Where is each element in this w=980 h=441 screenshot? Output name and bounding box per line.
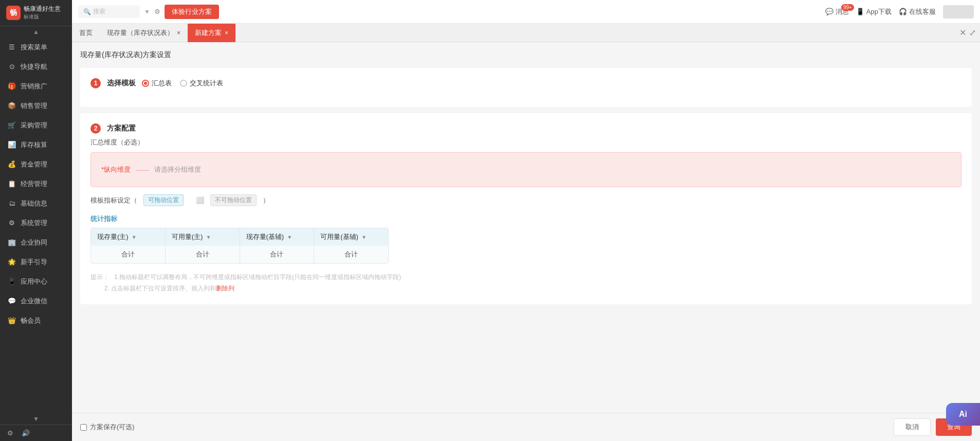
sidebar-label-purchase: 采购管理 [21,121,47,130]
tab-inventory-close[interactable]: × [177,29,180,36]
stats-section-label: 统计指标 [90,214,961,224]
step2-card: 2 方案配置 汇总维度（必选） *纵向维度 —— 请选择分组维度 模板指标设定（… [80,113,972,304]
dimension-required-label: *纵向维度 [101,165,131,174]
sidebar: 畅 畅康通好生意 标准版 ▲ ☰ 搜索菜单 ⊙ 快捷导航 🎁 营销推广 📦 销售… [0,0,72,441]
sidebar-item-newbie[interactable]: 🌟 新手引导 [0,252,72,272]
dimension-section-label: 汇总维度（必选） [90,138,961,147]
sidebar-item-purchase[interactable]: 🛒 采购管理 [0,116,72,135]
sidebar-scroll-down[interactable]: ▼ [0,413,72,425]
save-scheme-checkbox[interactable]: 方案保存(可选) [80,422,135,432]
tab-inventory-status[interactable]: 现存量（库存状况表） × [100,24,188,42]
sidebar-item-basic[interactable]: 🗂 基础信息 [0,194,72,213]
sidebar-label-member: 畅会员 [21,316,41,325]
radio-summary-dot [142,80,149,87]
dimension-box: *纵向维度 —— 请选择分组维度 [90,152,961,187]
tab-scheme-close[interactable]: × [225,29,228,36]
sidebar-label-basic: 基础信息 [21,199,47,208]
step1-badge: 1 [90,78,101,88]
mobile-icon: 📱 [856,8,864,15]
tips-box: 提示： 1.拖动标题栏可以调整布局，不可跨维度或指标区域拖动栏目字段(只能在同一… [90,272,961,294]
member-icon: 👑 [7,316,16,325]
stats-col-2[interactable]: 可用量(主) ▼ [166,228,240,246]
sidebar-item-operation[interactable]: 📋 经营管理 [0,174,72,194]
fixed-indicator-icon: ⬜ [196,196,204,204]
stats-col-1[interactable]: 现存量(主) ▼ [91,228,166,246]
topbar-right: 💬 消息 99+ 📱 App下载 🎧 在线客服 [825,5,974,19]
app-version: 标准版 [24,13,61,21]
gear-icon[interactable]: ⚙ [154,8,160,15]
stats-body-row: 合计 合计 合计 合计 [91,246,388,263]
newbie-icon: 🌟 [7,258,16,267]
main-content: 🔍 搜索 ▼ ⚙ 体验行业方案 💬 消息 99+ 📱 App下载 🎧 在线客服 [72,0,980,441]
search-bar[interactable]: 🔍 搜索 [78,5,140,18]
wechat-icon: 💬 [7,297,16,306]
radio-summary[interactable]: 汇总表 [142,79,172,88]
save-label: 方案保存(可选) [90,422,135,432]
search-icon: 🔍 [83,8,91,15]
message-badge: 99+ [841,4,854,11]
dropdown-icon[interactable]: ▼ [144,8,150,15]
save-checkbox-input[interactable] [80,424,87,431]
online-service-button[interactable]: 🎧 在线客服 [899,7,936,16]
page-content: 现存量(库存状况表)方案设置 1 选择模板 汇总表 交叉统计表 [72,42,980,413]
topbar: 🔍 搜索 ▼ ⚙ 体验行业方案 💬 消息 99+ 📱 App下载 🎧 在线客服 [72,0,980,24]
stats-col-3[interactable]: 现存量(基辅) ▼ [240,228,315,246]
service-label: 在线客服 [909,7,936,16]
sidebar-item-wechat[interactable]: 💬 企业微信 [0,291,72,311]
template-indicator-end: ） [263,196,269,205]
sidebar-label-operation: 经营管理 [21,179,47,189]
user-avatar[interactable] [943,5,974,19]
sidebar-item-corp[interactable]: 🏢 企业协同 [0,233,72,252]
sidebar-item-system[interactable]: ⚙ 系统管理 [0,213,72,233]
settings-icon[interactable]: ⚙ [7,429,13,437]
tab-home[interactable]: 首页 [72,24,100,42]
sidebar-item-member[interactable]: 👑 畅会员 [0,311,72,330]
step2-badge: 2 [90,123,101,134]
ai-bubble[interactable]: Ai [946,403,980,426]
stats-col-4[interactable]: 可用量(基辅) ▼ [314,228,388,246]
sidebar-label-corp: 企业协同 [21,238,47,247]
sidebar-label-sales: 销售管理 [21,101,47,111]
sidebar-label-newbie: 新手引导 [21,258,47,267]
cancel-button[interactable]: 取消 [894,418,931,436]
sidebar-item-marketing[interactable]: 🎁 营销推广 [0,77,72,96]
close-panel-button[interactable]: ✕ [959,28,966,38]
sidebar-label-marketing: 营销推广 [21,82,47,91]
app-name: 畅康通好生意 [24,5,61,13]
radio-cross[interactable]: 交叉统计表 [180,79,223,88]
sidebar-item-shortcut[interactable]: ⊙ 快捷导航 [0,57,72,77]
sidebar-item-appcenter[interactable]: 📱 应用中心 [0,272,72,291]
col2-chevron-icon: ▼ [206,234,211,240]
stats-col-3-label: 现存量(基辅) [246,232,284,242]
industry-scheme-button[interactable]: 体验行业方案 [165,5,219,19]
stats-col-2-label: 可用量(主) [172,232,203,242]
logo-icon: 畅 [6,6,21,20]
radio-cross-label: 交叉统计表 [190,79,223,88]
tab-inventory-status-label: 现存量（库存状况表） [107,28,174,38]
speaker-icon[interactable]: 🔊 [22,429,30,437]
template-indicator-row: 模板指标设定（ 可拖动位置 ⬜ 不可拖动位置 ） [90,194,961,206]
tab-new-scheme[interactable]: 新建方案 × [188,24,235,42]
dimension-inner: *纵向维度 —— 请选择分组维度 [101,165,951,174]
search-icon: ☰ [7,43,16,52]
tips-title: 提示： 1.拖动标题栏可以调整布局，不可跨维度或指标区域拖动栏目字段(只能在同一… [90,272,961,283]
sidebar-item-sales[interactable]: 📦 销售管理 [0,96,72,116]
topbar-left: 🔍 搜索 ▼ ⚙ 体验行业方案 [78,5,820,19]
message-icon: 💬 [825,8,833,15]
sidebar-scroll-up[interactable]: ▲ [0,26,72,38]
sidebar-item-finance[interactable]: 💰 资金管理 [0,155,72,174]
tab-new-scheme-label: 新建方案 [195,28,222,38]
fullscreen-button[interactable]: ⤢ [969,28,976,38]
stats-cell-1: 合计 [91,246,166,263]
message-button[interactable]: 💬 消息 99+ [825,7,849,16]
sidebar-item-search[interactable]: ☰ 搜索菜单 [0,38,72,57]
stats-cell-3: 合计 [240,246,315,263]
inventory-icon: 📊 [7,140,16,150]
sidebar-label-shortcut: 快捷导航 [21,62,47,71]
sidebar-item-inventory[interactable]: 📊 库存核算 [0,135,72,155]
dimension-placeholder[interactable]: 请选择分组维度 [154,165,201,174]
app-download-button[interactable]: 📱 App下载 [856,7,892,16]
app-logo: 畅 畅康通好生意 标准版 [0,0,72,26]
home-icon: ⊙ [7,62,16,71]
page-title: 现存量(库存状况表)方案设置 [80,50,972,60]
